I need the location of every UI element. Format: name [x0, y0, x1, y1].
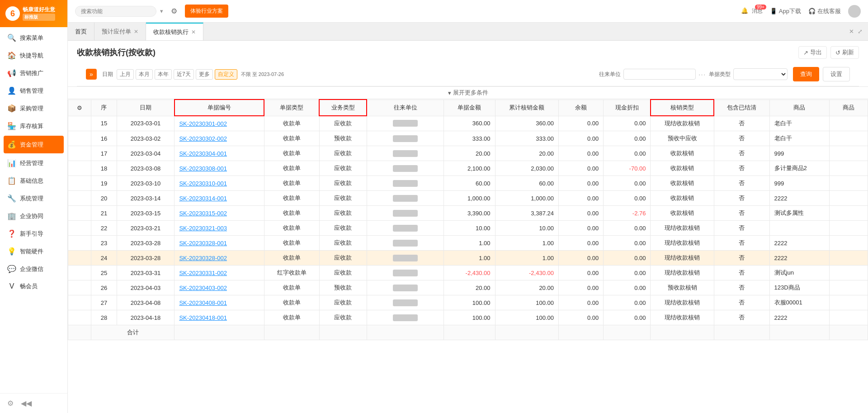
sidebar-item-label: 企业微信 — [20, 265, 43, 273]
date-7days-btn[interactable]: 近7天 — [174, 69, 194, 80]
sidebar-item-enterprise[interactable]: 🏢 企业协同 — [0, 207, 67, 225]
order-no-link[interactable]: SK-20230408-001 — [179, 299, 227, 306]
row-include-settled: 否 — [714, 131, 769, 146]
row-include-settled: 否 — [714, 191, 769, 206]
tab-home[interactable]: 首页 — [68, 23, 94, 40]
partner-filter-input[interactable] — [623, 69, 696, 80]
settings-topbar-icon[interactable]: ⚙ — [167, 4, 181, 19]
notification-badge: 99+ — [755, 5, 766, 9]
tab-prepay-close-icon[interactable]: ✕ — [134, 28, 138, 35]
row-order-no[interactable]: SK-20230408-001 — [175, 295, 264, 310]
order-no-link[interactable]: SK-20230314-001 — [179, 195, 227, 202]
user-avatar[interactable] — [848, 5, 861, 18]
sidebar-item-system[interactable]: 🔧 系统管理 — [0, 190, 67, 207]
sidebar-item-label: 畅会员 — [20, 282, 38, 290]
sidebar-item-hardware[interactable]: 💡 智能硬件 — [0, 242, 67, 260]
order-no-link[interactable]: SK-20230315-002 — [179, 210, 227, 217]
row-biz-type: 应收款 — [319, 206, 367, 221]
sidebar-item-guide[interactable]: ❓ 新手引导 — [0, 225, 67, 242]
row-include-settled: 否 — [714, 280, 769, 295]
row-order-no[interactable]: SK-20230314-001 — [175, 191, 264, 206]
tab-prepay[interactable]: 预计应付单 ✕ — [94, 23, 146, 40]
row-settings — [68, 295, 91, 310]
tab-writeoff-close-icon[interactable]: ✕ — [191, 29, 196, 35]
close-window-icon[interactable]: ✕ — [849, 28, 854, 35]
row-writeoff-type: 收款核销 — [651, 206, 714, 221]
row-order-no[interactable]: SK-20230403-002 — [175, 280, 264, 295]
sidebar-item-label: 基础信息 — [20, 177, 43, 185]
row-order-no[interactable]: SK-20230302-002 — [175, 131, 264, 146]
row-order-no[interactable]: SK-20230418-001 — [175, 310, 264, 325]
row-writeoff-amount: 2,030.00 — [495, 161, 558, 176]
order-no-link[interactable]: SK-20230328-002 — [179, 255, 227, 261]
date-more-btn[interactable]: 更多 — [196, 69, 213, 80]
total-balance — [558, 325, 603, 340]
order-no-link[interactable]: SK-20230403-002 — [179, 285, 227, 291]
notification-button[interactable]: 🔔 99+ 消息 — [741, 7, 763, 15]
sidebar-item-wechat[interactable]: 💬 企业微信 — [0, 260, 67, 278]
sidebar-item-inventory[interactable]: 🏪 库存核算 — [0, 117, 67, 135]
sidebar-item-basic[interactable]: 📋 基础信息 — [0, 172, 67, 190]
filter-dots: ··· — [698, 71, 706, 78]
order-no-link[interactable]: SK-20230321-003 — [179, 225, 227, 232]
order-no-link[interactable]: SK-20230301-002 — [179, 120, 227, 127]
app-download-button[interactable]: 📱 App下载 — [770, 7, 801, 15]
th-settings[interactable]: ⚙ — [68, 100, 91, 116]
date-last-month-btn[interactable]: 上月 — [117, 69, 134, 80]
collapse-icon[interactable]: ◀◀ — [21, 399, 32, 408]
sidebar-item-shortcut[interactable]: 🏠 快捷导航 — [0, 47, 67, 64]
row-settings — [68, 221, 91, 236]
sidebar-item-label: 系统管理 — [20, 195, 43, 203]
table-row: 17 2023-03-04 SK-20230304-001 收款单 应收款 ██… — [68, 146, 868, 161]
topbar-search-input[interactable] — [75, 6, 156, 17]
row-order-no[interactable]: SK-20230315-002 — [175, 206, 264, 221]
row-partner: ██████ — [367, 221, 443, 236]
sidebar-item-sales[interactable]: 👤 销售管理 — [0, 82, 67, 100]
expand-more-button[interactable]: ▾ 展开更多条件 — [448, 89, 488, 97]
order-no-link[interactable]: SK-20230331-002 — [179, 270, 227, 276]
order-no-link[interactable]: SK-20230302-002 — [179, 135, 227, 142]
sidebar-item-member[interactable]: V 畅会员 — [0, 278, 67, 295]
sidebar-item-finance[interactable]: 💰 资金管理 — [4, 136, 64, 153]
service-button[interactable]: 🎧 在线客服 — [808, 7, 841, 15]
filter-date-row: 日期 上月 本月 本年 近7天 更多 自定义 不限 至 2023-07-26 — [102, 69, 594, 80]
order-no-link[interactable]: SK-20230308-001 — [179, 165, 227, 172]
sidebar-item-marketing[interactable]: 📢 营销推广 — [0, 64, 67, 82]
filter-toggle-button[interactable]: » — [86, 69, 97, 80]
order-no-link[interactable]: SK-20230328-001 — [179, 240, 227, 247]
industry-solution-button[interactable]: 体验行业方案 — [185, 5, 228, 18]
row-order-no[interactable]: SK-20230304-001 — [175, 146, 264, 161]
sidebar-item-operation[interactable]: 📊 经营管理 — [0, 154, 67, 172]
row-writeoff-type: 现结收款核销 — [651, 221, 714, 236]
date-this-month-btn[interactable]: 本月 — [136, 69, 153, 80]
date-custom-btn[interactable]: 自定义 — [215, 69, 237, 80]
order-no-link[interactable]: SK-20230418-001 — [179, 314, 227, 321]
maximize-icon[interactable]: ⤢ — [858, 28, 863, 35]
sidebar-item-search[interactable]: 🔍 搜索菜单 — [0, 29, 67, 47]
total-writeoff-type — [651, 325, 714, 340]
filter-setting-button[interactable]: 设置 — [823, 67, 850, 81]
page-header: 收款核销执行(按收款) ↗ 导出 ↺ 刷新 » 日期 — [68, 41, 868, 87]
row-order-no[interactable]: SK-20230328-002 — [175, 251, 264, 266]
tab-writeoff[interactable]: 收款核销执行 ✕ — [146, 23, 203, 40]
export-button[interactable]: ↗ 导出 — [798, 46, 827, 59]
order-type-select[interactable] — [733, 68, 788, 80]
row-no: 26 — [91, 280, 117, 295]
refresh-button[interactable]: ↺ 刷新 — [830, 46, 859, 59]
filter-date-range: 不限 至 2023-07-26 — [241, 71, 284, 78]
table-row: 26 2023-04-03 SK-20230403-002 收款单 预收款 ██… — [68, 280, 868, 295]
sidebar-item-purchase[interactable]: 📦 采购管理 — [0, 100, 67, 117]
date-this-year-btn[interactable]: 本年 — [155, 69, 172, 80]
row-order-no[interactable]: SK-20230308-001 — [175, 161, 264, 176]
row-order-no[interactable]: SK-20230331-002 — [175, 266, 264, 280]
row-order-no[interactable]: SK-20230328-001 — [175, 236, 264, 251]
settings-icon[interactable]: ⚙ — [7, 399, 14, 408]
row-order-no[interactable]: SK-20230310-001 — [175, 176, 264, 191]
row-order-no[interactable]: SK-20230301-002 — [175, 116, 264, 131]
row-order-no[interactable]: SK-20230321-003 — [175, 221, 264, 236]
order-no-link[interactable]: SK-20230304-001 — [179, 150, 227, 157]
order-no-link[interactable]: SK-20230310-001 — [179, 180, 227, 187]
total-order-type — [264, 325, 319, 340]
total-amount — [444, 325, 495, 340]
query-button[interactable]: 查询 — [793, 67, 819, 81]
